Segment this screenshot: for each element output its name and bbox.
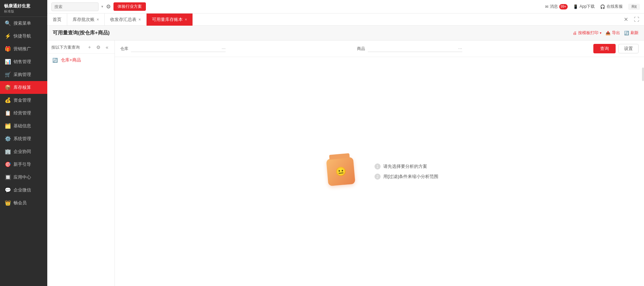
add-scheme-button[interactable]: ＋ xyxy=(86,44,93,51)
scroll-handle[interactable] xyxy=(642,68,644,81)
tab-available-stock-close[interactable]: × xyxy=(185,17,187,22)
sidebar-item-system[interactable]: ⚙️ 系统管理 xyxy=(0,132,47,145)
sidebar-item-label: 企业微信 xyxy=(14,187,31,193)
left-panel-title: 按以下方案查询 xyxy=(51,45,80,50)
app-download-label: App下载 xyxy=(579,4,595,9)
money-icon: 💰 xyxy=(5,97,11,103)
sidebar-item-operations[interactable]: 📋 经营管理 xyxy=(0,107,47,120)
search-wrap xyxy=(51,2,99,11)
chevron-down-icon[interactable]: ▾ xyxy=(101,4,103,9)
phone-icon: 📱 xyxy=(573,4,578,9)
export-button[interactable]: 📤 导出 xyxy=(606,30,620,36)
target-icon: 🎯 xyxy=(5,161,11,167)
tab-home-label: 首页 xyxy=(53,17,61,23)
sidebar-item-app-center[interactable]: 🔲 应用中心 xyxy=(0,171,47,184)
tab-batch-account-close[interactable]: × xyxy=(97,17,99,22)
sidebar-item-basic-info[interactable]: 🗂️ 基础信息 xyxy=(0,120,47,132)
sidebar-logo: 畅康通好生意 标准版 xyxy=(0,0,47,17)
tab-available-stock[interactable]: 可用量库存账本 × xyxy=(147,14,193,26)
sidebar-item-shortcut[interactable]: ⚡ 快捷导航 xyxy=(0,30,47,43)
query-button[interactable]: 查询 xyxy=(593,44,616,53)
sidebar-item-finance[interactable]: 💰 资金管理 xyxy=(0,94,47,107)
sidebar-item-label: 销售管理 xyxy=(14,59,31,65)
main-content: ▾ ⚙ 体验行业方案 ✉ 消息 99+ 📱 App下载 🎧 在线客服 Rit xyxy=(47,0,644,286)
empty-box-icon: 😐 xyxy=(326,157,356,186)
page-header: 可用量查询(按仓库+商品) 🖨 按模板打印 ▾ 📤 导出 🔄 刷新 xyxy=(47,26,644,41)
topbar-right: ✉ 消息 99+ 📱 App下载 🎧 在线客服 Rit xyxy=(545,4,640,10)
printer-icon: 🖨 xyxy=(573,31,577,35)
goods-more-icon[interactable]: ··· xyxy=(458,46,462,51)
scheme-item-warehouse-goods[interactable]: 🔄 仓库+商品 xyxy=(47,54,114,67)
search-input[interactable] xyxy=(54,4,96,9)
gear-icon: ⚙️ xyxy=(5,136,11,142)
sidebar-item-inventory[interactable]: 📦 库存核算 xyxy=(0,81,47,94)
building-icon: 🏢 xyxy=(5,149,11,155)
sidebar-item-label: 基础信息 xyxy=(14,123,31,129)
message-icon: ✉ xyxy=(545,4,548,9)
tab-stock-summary-label: 收发存汇总表 xyxy=(110,17,136,23)
warehouse-input[interactable] xyxy=(131,46,222,51)
industry-solution-button[interactable]: 体验行业方案 xyxy=(113,2,146,11)
edit-scheme-button[interactable]: ⚙ xyxy=(95,44,102,51)
crown-icon: 👑 xyxy=(5,200,11,206)
chart-icon: 📊 xyxy=(5,59,11,65)
search-icon: 🔍 xyxy=(5,20,11,26)
sidebar-item-marketing[interactable]: 🎁 营销推广 xyxy=(0,43,47,55)
app-download-button[interactable]: 📱 App下载 xyxy=(573,4,595,9)
page-actions: 🖨 按模板打印 ▾ 📤 导出 🔄 刷新 xyxy=(573,30,639,36)
empty-hint-1: 1 请先选择要分析的方案 xyxy=(375,163,438,170)
expand-tab-button[interactable]: ⛶ xyxy=(632,15,641,24)
sidebar-item-enterprise[interactable]: 🏢 企业协同 xyxy=(0,145,47,158)
content-area: 按以下方案查询 ＋ ⚙ « 🔄 仓库+商品 仓库 ··· xyxy=(47,41,644,286)
settings-icon[interactable]: ⚙ xyxy=(106,3,111,10)
sidebar-scroll: 🔍 搜索菜单 ⚡ 快捷导航 🎁 营销推广 📊 销售管理 🛒 采购管理 📦 库存核… xyxy=(0,17,47,286)
collapse-panel-button[interactable]: « xyxy=(104,44,110,51)
page-title: 可用量查询(按仓库+商品) xyxy=(53,30,573,36)
sidebar-item-label: 应用中心 xyxy=(14,174,31,180)
user-profile-button[interactable]: Rit xyxy=(628,4,640,10)
message-button[interactable]: ✉ 消息 99+ xyxy=(545,4,568,9)
close-tab-button[interactable]: ✕ xyxy=(621,15,630,24)
print-label: 按模板打印 xyxy=(578,30,598,36)
empty-illustration: 😐 xyxy=(320,151,361,192)
goods-filter-group: 商品 ··· xyxy=(357,46,588,52)
sidebar-item-wechat-work[interactable]: 💬 企业微信 xyxy=(0,184,47,197)
warehouse-filter-group: 仓库 ··· xyxy=(120,46,352,52)
sidebar-item-membership[interactable]: 👑 畅会员 xyxy=(0,197,47,209)
cart-icon: 🛒 xyxy=(5,72,11,78)
headset-icon: 🎧 xyxy=(600,4,605,9)
sidebar-item-sales[interactable]: 📊 销售管理 xyxy=(0,55,47,68)
tab-stock-summary[interactable]: 收发存汇总表 × xyxy=(105,14,147,26)
chat-icon: 💬 xyxy=(5,187,11,193)
folder-icon: 🗂️ xyxy=(5,123,11,129)
shortcut-icon: ⚡ xyxy=(5,33,11,39)
hint-number-2: 2 xyxy=(375,174,381,180)
goods-input[interactable] xyxy=(368,46,458,51)
customer-service-button[interactable]: 🎧 在线客服 xyxy=(600,4,623,9)
sidebar-item-search[interactable]: 🔍 搜索菜单 xyxy=(0,17,47,30)
grid-icon: 🔲 xyxy=(5,174,11,180)
sidebar-item-purchase[interactable]: 🛒 采购管理 xyxy=(0,68,47,81)
export-label: 导出 xyxy=(612,30,620,36)
box-icon: 📦 xyxy=(5,84,11,90)
sidebar-item-label: 快捷导航 xyxy=(14,33,31,39)
left-panel-actions: ＋ ⚙ « xyxy=(86,44,110,51)
filter-bar: 仓库 ··· 商品 ··· 查询 设置 xyxy=(115,41,644,57)
service-label: 在线客服 xyxy=(607,4,623,9)
empty-state: 😐 1 请先选择要分析的方案 2 用[过滤]条件来缩小分析范围 xyxy=(115,57,644,286)
warehouse-input-wrap: ··· xyxy=(131,46,226,52)
tab-batch-account[interactable]: 库存批次账 × xyxy=(67,14,105,26)
left-panel-header: 按以下方案查询 ＋ ⚙ « xyxy=(47,41,114,54)
refresh-button[interactable]: 🔄 刷新 xyxy=(624,30,639,36)
sidebar-item-label: 库存核算 xyxy=(14,84,31,90)
tab-stock-summary-close[interactable]: × xyxy=(138,17,141,22)
print-template-button[interactable]: 🖨 按模板打印 ▾ xyxy=(573,30,601,36)
sidebar-item-onboarding[interactable]: 🎯 新手引导 xyxy=(0,158,47,171)
warehouse-more-icon[interactable]: ··· xyxy=(222,46,226,51)
empty-hint-2: 2 用[过滤]条件来缩小分析范围 xyxy=(375,174,438,180)
left-panel: 按以下方案查询 ＋ ⚙ « 🔄 仓库+商品 xyxy=(47,41,115,286)
refresh-icon: 🔄 xyxy=(624,31,629,35)
sidebar: 畅康通好生意 标准版 🔍 搜索菜单 ⚡ 快捷导航 🎁 营销推广 📊 销售管理 🛒… xyxy=(0,0,47,286)
setting-button[interactable]: 设置 xyxy=(618,44,639,53)
tab-home[interactable]: 首页 xyxy=(47,14,67,26)
